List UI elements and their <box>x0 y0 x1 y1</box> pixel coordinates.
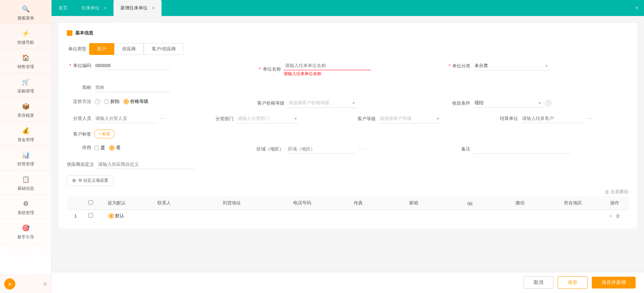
region-group: 区域（地区） ··· <box>257 145 439 154</box>
row-address[interactable] <box>192 210 271 222</box>
region-more[interactable]: ··· <box>359 146 366 152</box>
cancel-button[interactable]: 取消 <box>524 276 553 289</box>
tab-partner-close[interactable]: × <box>104 5 107 11</box>
department-select[interactable]: 请输入分管部门 ▼ <box>236 114 299 123</box>
sidebar-item-purchase[interactable]: 🛒 采购管理 <box>0 73 51 97</box>
radio-no[interactable]: 否 <box>109 145 120 151</box>
sidebar-item-label-purchase: 采购管理 <box>17 88 34 94</box>
sidebar-item-guide[interactable]: 🎯 新手引导 <box>0 219 51 243</box>
bottom-bar: 取消 保存 保存并新增 <box>52 272 644 293</box>
radio-yes[interactable]: 是 <box>94 145 105 151</box>
tab-partner[interactable]: 往来单位 × <box>74 0 113 16</box>
settlement-unit-input[interactable] <box>521 114 583 123</box>
row-default[interactable]: 默认 <box>97 210 136 222</box>
remark-input[interactable] <box>473 145 571 154</box>
main-content: 基本信息 单位类型 客户 供应商 客户/供应商 * <box>52 16 644 272</box>
department-arrow: ▼ <box>294 117 298 121</box>
radio-no-inner <box>111 147 113 149</box>
unit-code-input[interactable] <box>94 61 171 70</box>
th-email: 邮箱 <box>383 196 445 210</box>
th-qq: qq <box>445 196 495 210</box>
contact-input[interactable] <box>150 213 178 219</box>
add-tag-button[interactable]: + 标签 <box>94 130 115 138</box>
phone-input[interactable] <box>286 213 318 219</box>
tab-home[interactable]: 首页 <box>52 0 74 16</box>
supplier-custom-input[interactable] <box>97 160 194 169</box>
unit-type-customer-btn[interactable]: 客户 <box>89 43 114 55</box>
unit-type-both-btn[interactable]: 客户/供应商 <box>144 43 184 55</box>
sidebar-item-system[interactable]: ⚙ 系统管理 <box>0 195 51 219</box>
row-region-input[interactable] <box>559 213 587 219</box>
payment-terms-value: 现结 <box>474 100 536 106</box>
wechat-input[interactable] <box>508 213 532 219</box>
manager-more[interactable]: ··· <box>159 115 166 122</box>
radio-price-level-outer <box>124 99 129 104</box>
row-select-checkbox[interactable] <box>88 213 93 218</box>
table-header-row: 设为默认 联系人 到货地址 电话号码 传真 邮箱 qq 微信 所在地区 操作 <box>67 196 629 210</box>
batch-delete-label[interactable]: 批量删除 <box>611 189 629 195</box>
row-qq[interactable] <box>445 210 495 222</box>
payment-terms-arrow: ▼ <box>538 101 541 105</box>
sidebar-item-label-operations: 经营管理 <box>17 161 34 167</box>
department-label: 分管部门 <box>209 116 234 122</box>
manager-input[interactable] <box>94 114 157 123</box>
tab-new-partner-close[interactable]: × <box>152 5 155 11</box>
window-close-button[interactable]: × <box>635 5 638 11</box>
sidebar-item-sales[interactable]: 🏠 销售管理 <box>0 49 51 73</box>
payment-terms-help[interactable]: ? <box>545 100 551 106</box>
qq-input[interactable] <box>458 213 482 219</box>
sidebar-expand-icon[interactable]: ≡ <box>43 280 47 288</box>
row-checkbox[interactable] <box>84 210 97 222</box>
custom-settings-button[interactable]: ⚙ ⚙ 自定义项设置 <box>67 175 113 186</box>
row-fax[interactable] <box>333 210 383 222</box>
inventory-icon: 📦 <box>21 101 31 111</box>
radio-price-level-inner <box>125 100 127 103</box>
radio-price-level[interactable]: 价格等级 <box>124 98 148 105</box>
fax-input[interactable] <box>346 213 370 219</box>
unit-name-input[interactable] <box>284 61 371 70</box>
unit-category-value: 未分类 <box>474 63 543 69</box>
row-wechat[interactable] <box>495 210 545 222</box>
customer-price-level-group: 客户价格等级 请选择客户价格等级 ▼ <box>257 98 439 108</box>
settlement-unit-more[interactable]: ··· <box>586 115 593 122</box>
th-address: 到货地址 <box>192 196 271 210</box>
th-region: 所在地区 <box>545 196 601 210</box>
unit-type-supplier-btn[interactable]: 供应商 <box>114 43 144 55</box>
row-contact[interactable] <box>136 210 193 222</box>
sidebar-item-label-system: 系统管理 <box>17 210 34 216</box>
sidebar-item-basic-info[interactable]: 📋 基础信息 <box>0 170 51 195</box>
system-icon: ⚙ <box>21 199 31 209</box>
email-input[interactable] <box>398 213 430 219</box>
basic-info-icon: 📋 <box>21 174 31 184</box>
default-radio[interactable]: 默认 <box>100 213 134 219</box>
radio-discount[interactable]: 折扣 <box>104 98 119 105</box>
address-input[interactable] <box>211 213 253 219</box>
customer-level-select[interactable]: 请选择客户等级 ▼ <box>378 114 441 123</box>
pricing-method-group: 定价方法 ? 折扣 价格等级 <box>67 98 250 105</box>
customer-price-level-label: 客户价格等级 <box>257 100 284 106</box>
sidebar: 🔍 搜索菜单 ⚡ 快捷导航 🏠 销售管理 🛒 采购管理 📦 库存核算 💰 资金管… <box>0 0 52 293</box>
sidebar-item-quick-nav[interactable]: ⚡ 快捷导航 <box>0 24 51 49</box>
customer-price-level-select[interactable]: 请选择客户价格等级 ▼ <box>287 98 357 108</box>
settlement-unit-label: 结算单位 <box>494 115 518 122</box>
department-placeholder: 请输入分管部门 <box>238 115 293 122</box>
save-button[interactable]: 保存 <box>558 276 588 289</box>
sidebar-item-inventory[interactable]: 📦 库存核算 <box>0 97 51 122</box>
save-and-new-button[interactable]: 保存并新增 <box>592 277 636 288</box>
sidebar-item-operations[interactable]: 📊 经营管理 <box>0 146 51 170</box>
unit-category-select[interactable]: 未分类 ▼ <box>473 61 550 71</box>
add-row-icon[interactable]: + <box>609 213 612 219</box>
abbr-input[interactable] <box>94 83 171 92</box>
th-wechat: 微信 <box>495 196 545 210</box>
delete-row-icon[interactable]: 🗑 <box>615 213 620 219</box>
sidebar-item-finance[interactable]: 💰 资金管理 <box>0 122 51 146</box>
sidebar-item-search[interactable]: 🔍 搜索菜单 <box>0 0 51 24</box>
select-all-checkbox[interactable] <box>88 200 93 205</box>
region-input[interactable] <box>286 145 356 154</box>
pricing-method-help[interactable]: ? <box>95 99 100 104</box>
row-email[interactable] <box>383 210 445 222</box>
tab-new-partner[interactable]: 新增往来单位 × <box>113 0 162 16</box>
row-phone[interactable] <box>272 210 333 222</box>
row-region[interactable] <box>545 210 601 222</box>
payment-terms-select[interactable]: 现结 ▼ <box>473 98 543 108</box>
